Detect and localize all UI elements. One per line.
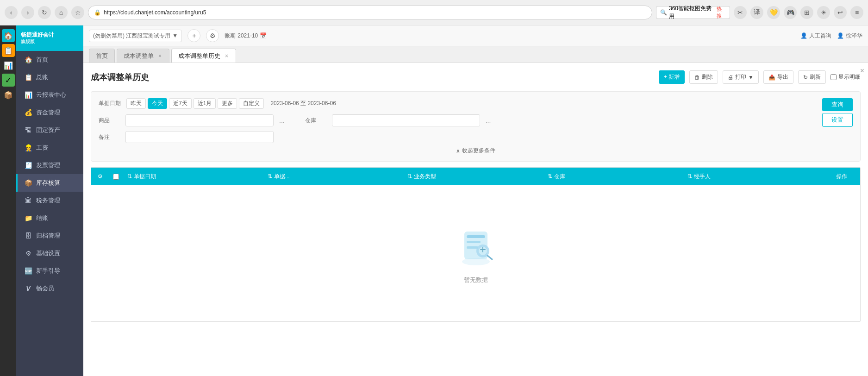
sidebar-item-fixed-assets[interactable]: 🏗 固定资产 <box>16 121 83 139</box>
month1-btn[interactable]: 近1月 <box>194 98 216 109</box>
strip-item-green[interactable]: ✓ <box>2 74 15 87</box>
sidebar-item-inventory[interactable]: 📦 库存核算 <box>16 174 83 192</box>
sidebar-label-reports: 云报表中心 <box>36 91 66 99</box>
notes-input[interactable] <box>125 131 274 143</box>
period-info: 账期 2021-10 📅 <box>225 32 267 40</box>
week7-btn[interactable]: 近7天 <box>169 98 192 109</box>
search-bar[interactable]: 🔍 360智能抠图免费用 热搜 <box>656 6 730 19</box>
th-biz-type[interactable]: ⇅ 业务类型 <box>403 173 543 181</box>
display-toggle[interactable]: 显示明细 <box>831 73 861 81</box>
print-button[interactable]: 🖨 打印 ▼ <box>723 70 759 84</box>
export-button[interactable]: 📤 导出 <box>763 70 793 84</box>
th-biz-sort-icon: ⇅ <box>407 173 412 180</box>
sidebar-item-closing[interactable]: 📁 结账 <box>16 209 83 227</box>
th-handler-label: 经手人 <box>694 173 711 181</box>
grid-icon[interactable]: ⊞ <box>800 6 813 19</box>
strip-item-active[interactable]: 🏠 <box>2 29 15 42</box>
yesterday-btn[interactable]: 昨天 <box>126 98 146 109</box>
delete-icon: 🗑 <box>694 74 700 81</box>
undo-icon[interactable]: ↩ <box>834 6 847 19</box>
print-icon: 🖨 <box>728 74 733 81</box>
add-tab-button[interactable]: + <box>187 29 200 42</box>
page-title: 成本调整单历史 <box>91 72 149 83</box>
strip-item-orange[interactable]: 📋 <box>2 44 15 57</box>
goods-input[interactable] <box>125 114 274 126</box>
sidebar-item-payroll[interactable]: 👷 工资 <box>16 139 83 157</box>
game-icon[interactable]: 🎮 <box>784 6 797 19</box>
tab-cost-adjust-close[interactable]: × <box>157 53 162 59</box>
goods-more-dots[interactable]: ... <box>277 117 287 124</box>
collapse-button[interactable]: ∧ 收起更多条件 <box>99 147 853 155</box>
tab-cost-adjust[interactable]: 成本调整单 × <box>117 49 169 63</box>
th-warehouse[interactable]: ⇅ 仓库 <box>543 173 683 181</box>
forward-button[interactable]: › <box>21 6 34 19</box>
custom-btn[interactable]: 自定义 <box>239 98 264 109</box>
user-info[interactable]: 👤 徐泽华 <box>837 32 862 40</box>
service-btn[interactable]: 👤 人工咨询 <box>800 32 831 40</box>
empty-text: 暂无数据 <box>464 276 488 284</box>
home-button[interactable]: ⌂ <box>55 6 68 19</box>
sidebar-item-funds[interactable]: 💰 资金管理 <box>16 104 83 121</box>
delete-button[interactable]: 🗑 删除 <box>689 70 718 84</box>
logo-name: 畅捷通好会计 <box>21 31 54 39</box>
table-header: ⚙ ⇅ 单据日期 ⇅ 单据... ⇅ 业务类型 <box>91 168 860 185</box>
icon-strip: 🏠 📋 📊 ✓ 📦 <box>0 25 16 376</box>
goods-label: 商品 <box>99 117 122 125</box>
company-selector[interactable]: (勿删勿禁用) 江西服宝测试专用 ▼ <box>89 30 182 42</box>
filter-area: 单据日期 昨天 今天 近7天 近1月 更多 自定义 2023-06-06 至 2… <box>91 91 861 162</box>
fixed-assets-icon: 🏗 <box>24 126 32 134</box>
sidebar-item-invoice[interactable]: 🧾 发票管理 <box>16 157 83 174</box>
search-icon: 🔍 <box>660 9 667 16</box>
menu-icon[interactable]: ≡ <box>850 6 863 19</box>
sidebar-item-tax[interactable]: 🏛 税务管理 <box>16 192 83 209</box>
sidebar-item-home[interactable]: 🏠 首页 <box>16 51 83 69</box>
th-date[interactable]: ⇅ 单据日期 <box>123 173 263 181</box>
query-button[interactable]: 查询 <box>822 98 853 111</box>
sidebar-item-settings[interactable]: ⚙ 基础设置 <box>16 244 83 262</box>
tab-cost-adjust-history-close[interactable]: × <box>224 53 229 59</box>
collapse-label: 收起更多条件 <box>462 147 495 155</box>
sidebar-item-reports[interactable]: 📊 云报表中心 <box>16 86 83 104</box>
translate-icon[interactable]: 译 <box>750 6 763 19</box>
settings-icon: ⚙ <box>24 250 32 257</box>
th-number[interactable]: ⇅ 单据... <box>263 173 403 181</box>
back-button[interactable]: ‹ <box>5 6 18 19</box>
strip-item-3[interactable]: 📊 <box>2 59 15 72</box>
print-dropdown-icon: ▼ <box>748 74 754 81</box>
refresh-button[interactable]: ↻ 刷新 <box>798 70 826 84</box>
browser-chrome: ‹ › ↻ ⌂ ☆ 🔒 https://cloud.chanjet.com/ac… <box>0 0 868 25</box>
top-bar-right: 👤 人工咨询 👤 徐泽华 <box>800 32 862 40</box>
user-name-text: 徐泽华 <box>846 32 862 40</box>
more-btn[interactable]: 更多 <box>218 98 237 109</box>
top-bar: (勿删勿禁用) 江西服宝测试专用 ▼ + ⚙ 账期 2021-10 📅 👤 人工… <box>83 25 868 46</box>
new-button[interactable]: + 新增 <box>659 70 685 84</box>
svg-rect-4 <box>467 246 478 249</box>
select-all-checkbox[interactable] <box>113 174 119 180</box>
strip-item-5[interactable]: 📦 <box>2 88 15 101</box>
wallet-icon[interactable]: 💛 <box>767 6 780 19</box>
th-handler[interactable]: ⇅ 经手人 <box>683 173 823 181</box>
filter-settings-button[interactable]: 设置 <box>822 113 853 127</box>
tab-cost-adjust-history[interactable]: 成本调整单历史 × <box>171 49 236 63</box>
warehouse-more-dots[interactable]: ... <box>484 117 493 124</box>
sun-icon[interactable]: ☀ <box>817 6 830 19</box>
table-settings-icon[interactable]: ⚙ <box>91 168 109 185</box>
th-biz-label: 业务类型 <box>414 173 436 181</box>
refresh-button[interactable]: ↻ <box>38 6 51 19</box>
page-close-button[interactable]: × <box>860 67 864 75</box>
th-number-label: 单据... <box>274 173 290 181</box>
tab-home[interactable]: 首页 <box>89 49 115 63</box>
service-label: 人工咨询 <box>809 32 831 40</box>
today-btn[interactable]: 今天 <box>148 98 167 109</box>
sidebar-item-archive[interactable]: 🗄 归档管理 <box>16 227 83 244</box>
settings-btn[interactable]: ⚙ <box>206 29 219 42</box>
empty-state: 暂无数据 <box>91 185 860 321</box>
display-toggle-checkbox[interactable] <box>831 74 837 80</box>
warehouse-input[interactable] <box>332 114 480 126</box>
scissors-icon[interactable]: ✂ <box>734 6 747 19</box>
table-select-all[interactable] <box>109 168 123 185</box>
sidebar-item-guide[interactable]: 🆕 新手引导 <box>16 262 83 280</box>
sidebar-item-ledger[interactable]: 📋 总账 <box>16 69 83 86</box>
sidebar-item-member[interactable]: V 畅会员 <box>16 280 83 297</box>
star-button[interactable]: ☆ <box>71 6 84 19</box>
